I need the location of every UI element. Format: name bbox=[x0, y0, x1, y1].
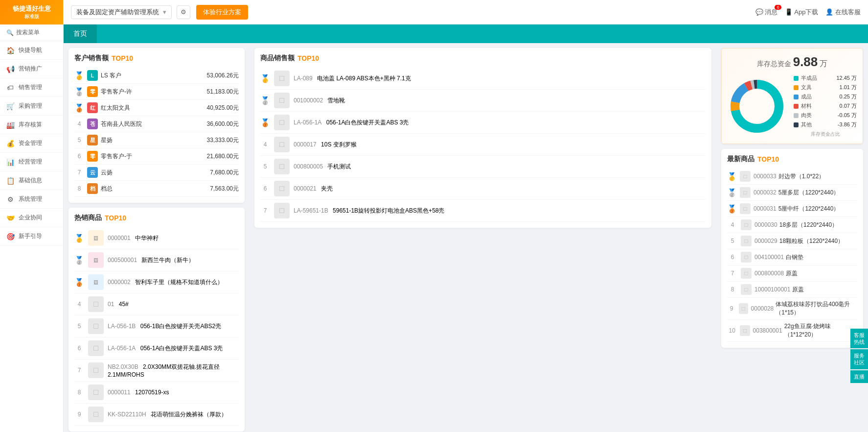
online-service-button[interactable]: 👤 在线客服 bbox=[825, 8, 861, 17]
product-name: 22g鱼豆腐·烧烤味（1*12*20） bbox=[784, 322, 857, 339]
cs-hotline-btn[interactable]: 客服热线 bbox=[850, 329, 868, 349]
quick-nav-icon: 🏠 bbox=[6, 47, 15, 54]
content-area: 客户销售额 TOP10 🥇 L LS 客户 53,006.26元 🥈 零 零售客… bbox=[64, 43, 868, 432]
chevron-down-icon: ▾ bbox=[163, 8, 166, 16]
product-info: LA-056-1A 056-1A白色按键开关盖ABS 3壳 bbox=[108, 344, 239, 353]
customer-list-item: 🥈 零 零售客户-许 51,183.00元 bbox=[74, 84, 239, 100]
mobile-icon: 📱 bbox=[785, 8, 793, 16]
legend-item: 肉类 -0.05 万 bbox=[794, 112, 857, 119]
product-name: 白钢垫 bbox=[786, 253, 803, 262]
silver-medal-icon: 🥈 bbox=[74, 256, 84, 265]
sidebar-search[interactable]: 🔍 搜索菜单 bbox=[0, 24, 63, 41]
product-info: LA-056-1A 056-1A白色按键开关盖ABS 3壳 bbox=[294, 119, 706, 127]
customer-ranking-card: 客户销售额 TOP10 🥇 L LS 客户 53,006.26元 🥈 零 零售客… bbox=[69, 48, 245, 203]
sidebar-item-guide[interactable]: 🎯新手引导 bbox=[0, 227, 63, 246]
gold-medal-icon: 🥇 bbox=[727, 172, 737, 181]
notification-button[interactable]: 💬 消息 6 bbox=[755, 8, 778, 17]
finance-icon: 💰 bbox=[6, 140, 15, 147]
hot-products-title-text: 热销商品 bbox=[74, 214, 102, 222]
topbar-right: 💬 消息 6 📱 App下载 👤 在线客服 bbox=[755, 8, 861, 17]
product-name: 中华神籽 bbox=[135, 235, 159, 241]
rank-number: 5 bbox=[260, 163, 270, 170]
legend-item: 半成品 12.45 万 bbox=[794, 74, 857, 82]
rank-number: 5 bbox=[74, 323, 84, 330]
product-code: 001000002 bbox=[294, 97, 323, 104]
cs-community-btn[interactable]: 服务社区 bbox=[850, 349, 868, 369]
customer-name: LS 客户 bbox=[101, 72, 207, 80]
legend-dot bbox=[794, 104, 799, 109]
legend-dot bbox=[794, 122, 799, 127]
sidebar-item-basic-info[interactable]: 📋基础信息 bbox=[0, 171, 63, 190]
sidebar-item-sales[interactable]: 🏷销售管理 bbox=[0, 78, 63, 97]
product-placeholder: □ bbox=[88, 362, 104, 378]
sidebar-item-quick-nav[interactable]: 🏠快捷导航 bbox=[0, 41, 63, 60]
sidebar-item-marketing[interactable]: 📢营销推广 bbox=[0, 60, 63, 78]
latest-product-item: 8 □ 10000100001 原盖 bbox=[727, 282, 857, 298]
marketing-label: 营销推广 bbox=[19, 65, 42, 73]
product-code: LA-089 bbox=[294, 75, 313, 82]
finance-label: 资金管理 bbox=[19, 139, 42, 147]
cs-live-btn[interactable]: 直播 bbox=[850, 370, 868, 383]
guide-label: 新手引导 bbox=[19, 232, 42, 240]
trial-button[interactable]: 体验行业方案 bbox=[196, 5, 248, 20]
sidebar-item-finance[interactable]: 💰资金管理 bbox=[0, 134, 63, 153]
sidebar-item-cooperation[interactable]: 🤝企业协同 bbox=[0, 209, 63, 227]
customer-list-item: 6 零 零售客户-于 21,680.00元 bbox=[74, 148, 239, 165]
hot-product-item: 4 □ 01 45# bbox=[74, 293, 239, 315]
customer-amount: 7,680.00元 bbox=[210, 168, 239, 177]
app-download-button[interactable]: 📱 App下载 bbox=[785, 8, 818, 17]
product-sales-item: 4 □ 0000017 10S 变刹罗猴 bbox=[260, 134, 706, 156]
legend-name: 半成品 bbox=[801, 74, 832, 82]
cooperation-icon: 🤝 bbox=[6, 214, 15, 222]
topbar: 装备及固定资产辅助管理系统 ▾ ⚙ 体验行业方案 💬 消息 6 📱 App下载 … bbox=[64, 0, 868, 24]
product-info: 0000011 12070519-xs bbox=[108, 389, 239, 396]
sidebar-item-operations[interactable]: 📊经营管理 bbox=[0, 153, 63, 171]
system-label: 系统管理 bbox=[19, 195, 42, 203]
customer-amount: 53,006.26元 bbox=[207, 72, 239, 80]
product-sales-item: 7 □ LA-59651-1B 59651-1B旋转投影灯电池盒ABS黑色+58… bbox=[260, 200, 706, 222]
product-info: 001000002 雪地靴 bbox=[294, 96, 706, 105]
system-selector[interactable]: 装备及固定资产辅助管理系统 ▾ bbox=[71, 5, 172, 19]
product-name: 5厘多层（1220*2440） bbox=[778, 189, 840, 197]
product-placeholder: □ bbox=[274, 71, 290, 86]
hot-product-item: 6 □ LA-056-1A 056-1A白色按键开关盖ABS 3壳 bbox=[74, 337, 239, 360]
product-code: 003800001 bbox=[753, 327, 782, 334]
sidebar: 畅捷通好生意 标准版 🔍 搜索菜单 🏠快捷导航📢营销推广🏷销售管理🛒采购管理🏭库… bbox=[0, 0, 64, 432]
nav-tabs: 首页 bbox=[64, 24, 868, 43]
rank-number: 4 bbox=[727, 221, 738, 228]
silver-medal-icon: 🥈 bbox=[727, 188, 737, 197]
product-name: 18多层（1220*2440） bbox=[779, 221, 838, 229]
legend-dot bbox=[794, 113, 799, 118]
product-name: 花语萌恒温分娩裤袜（厚款） bbox=[151, 411, 227, 418]
rank-number: 9 bbox=[727, 305, 736, 312]
guide-icon: 🎯 bbox=[6, 233, 15, 240]
product-info: 01 45# bbox=[108, 301, 239, 308]
gear-icon: ⚙ bbox=[181, 8, 186, 16]
product-placeholder: □ bbox=[741, 268, 752, 279]
sidebar-item-inventory[interactable]: 🏭库存核算 bbox=[0, 116, 63, 134]
sidebar-item-purchase[interactable]: 🛒采购管理 bbox=[0, 97, 63, 116]
basic-info-label: 基础信息 bbox=[19, 176, 42, 185]
hot-product-item: 🥇 🖼 0000001 中华神籽 bbox=[74, 227, 239, 249]
product-code: KK-SD22110H bbox=[108, 411, 146, 418]
sidebar-item-system[interactable]: ⚙系统管理 bbox=[0, 190, 63, 209]
rank-number: 5 bbox=[74, 137, 84, 144]
search-label: 搜索菜单 bbox=[16, 28, 40, 37]
product-name: 12070519-xs bbox=[135, 389, 169, 396]
rank-number: 8 bbox=[727, 286, 738, 293]
customer-name: 苍南县人民医院 bbox=[101, 120, 207, 128]
customer-badge: 零 bbox=[87, 86, 98, 97]
product-sales-item: 🥉 □ LA-056-1A 056-1A白色按键开关盖ABS 3壳 bbox=[260, 112, 706, 134]
settings-button[interactable]: ⚙ bbox=[177, 5, 190, 19]
legend-value: 0.07 万 bbox=[832, 102, 857, 110]
inventory-sub-label: 库存资金占比 bbox=[794, 131, 857, 138]
sales-icon: 🏷 bbox=[6, 84, 15, 92]
product-name: 新西兰牛肉（新牛） bbox=[141, 257, 194, 264]
product-name: 原盖 bbox=[792, 286, 804, 294]
app-name: 畅捷通好生意 bbox=[13, 4, 51, 13]
tab-home[interactable]: 首页 bbox=[64, 24, 97, 43]
product-placeholder: □ bbox=[88, 407, 104, 422]
bronze-medal-icon: 🥉 bbox=[74, 278, 84, 287]
right-panel: 库存总资金 9.88 万 半成品 bbox=[716, 43, 868, 432]
product-code: NB2.0X30B bbox=[108, 363, 138, 370]
